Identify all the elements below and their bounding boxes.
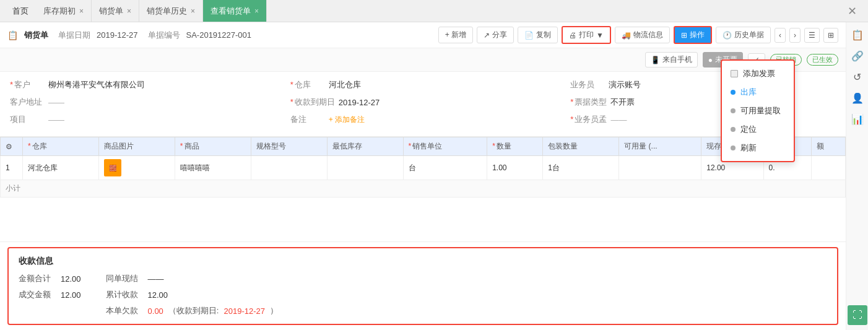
col-warehouse: 仓库 <box>23 137 99 156</box>
available-fetch-icon <box>731 108 736 113</box>
tab-view-sales[interactable]: 查看销货单 × <box>203 0 267 22</box>
operate-button[interactable]: ⊞ 操作 <box>674 26 712 44</box>
doc-meta: 单据日期 2019-12-27 单据编号 SA-20191227-001 <box>58 30 251 41</box>
customer-value: 柳州粤港平安气体有限公司 <box>48 79 145 90</box>
right-icon-refresh[interactable]: ↺ <box>848 67 867 87</box>
sales-staff-label: 业务员孟 <box>570 114 607 125</box>
warehouse-label: 仓库 <box>290 79 325 90</box>
staff-field: 业务员 演示账号 <box>570 79 836 90</box>
payment-date-label: 收款到期日 <box>290 97 335 108</box>
copy-label: 复制 <box>536 30 551 40</box>
right-icon-panel: 📋 🔗 ↺ 👤 📊 ⛶ <box>846 22 868 330</box>
warehouse-field: 仓库 河北仓库 <box>290 79 556 90</box>
order-debt-value: 0.00 <box>148 306 163 316</box>
print-dropdown-arrow: ▼ <box>596 31 604 40</box>
share-button[interactable]: ↗ 分享 <box>477 27 514 43</box>
list-view-button[interactable]: ☰ <box>804 28 820 43</box>
right-icon-expand[interactable]: ⛶ <box>848 305 867 325</box>
col-product: 商品 <box>175 137 251 156</box>
copy-icon: 📄 <box>524 31 534 40</box>
cumulative-receipt-value: 12.00 <box>148 290 168 300</box>
add-invoice-icon <box>731 70 738 77</box>
right-icon-chart[interactable]: 📊 <box>848 109 867 129</box>
next-button[interactable]: › <box>789 28 801 43</box>
doc-actions: + 新增 ↗ 分享 📄 复制 🖨 打印 ▼ 🚚 物流信息 <box>438 26 838 44</box>
address-field: 客户地址 —— <box>10 97 276 108</box>
tab-sales-order-close[interactable]: × <box>127 7 131 15</box>
share-label: 分享 <box>492 30 507 40</box>
new-button[interactable]: + 新增 <box>438 27 473 43</box>
sales-staff-field: 业务员孟 —— <box>570 114 836 125</box>
dropdown-locate[interactable]: 定位 <box>722 120 794 139</box>
product-image: 🧱 <box>104 159 121 176</box>
cumulative-receipt-row: 累计收款 12.00 <box>106 289 278 300</box>
col-pack-qty: 包装数量 <box>543 137 619 156</box>
row-amount <box>812 156 846 180</box>
cumulative-receipt-label: 累计收款 <box>106 289 143 300</box>
ticket-type-value: 不开票 <box>610 97 635 108</box>
tab-home[interactable]: 首页 <box>5 0 36 22</box>
tab-sales-order[interactable]: 销货单 × <box>92 0 139 22</box>
row-index: 1 <box>1 156 23 180</box>
prev-button[interactable]: ‹ <box>775 28 786 43</box>
sales-staff-value: —— <box>610 115 627 124</box>
row-product: 嘻嘻嘻嘻 <box>175 156 251 180</box>
window-close-btn[interactable]: ✕ <box>841 5 863 17</box>
same-order-settle-row: 同单现结 —— <box>106 273 278 284</box>
dropdown-outbound[interactable]: 出库 <box>722 83 794 102</box>
outbound-label: 出库 <box>740 87 757 98</box>
right-icon-link[interactable]: 🔗 <box>848 46 867 66</box>
dropdown-refresh[interactable]: 刷新 <box>722 139 794 157</box>
dropdown-available-fetch[interactable]: 可用量提取 <box>722 102 794 120</box>
history-button[interactable]: 🕐 历史单据 <box>716 27 771 43</box>
dropdown-add-invoice[interactable]: 添加发票 <box>722 64 794 83</box>
grid-view-button[interactable]: ⊞ <box>823 28 838 43</box>
deal-amount-label: 成交金额 <box>19 289 56 300</box>
deal-amount-row: 成交金额 12.00 <box>19 289 81 300</box>
ticket-icon: ● <box>708 56 713 64</box>
customer-label: 客户 <box>10 79 45 90</box>
operate-grid-icon: ⊞ <box>681 31 687 40</box>
row-quantity: 1.00 <box>487 156 543 180</box>
logistics-button[interactable]: 🚚 物流信息 <box>615 27 670 43</box>
add-note-button[interactable]: + 添加备注 <box>329 115 365 125</box>
col-amount: 额 <box>812 137 846 156</box>
logistics-label: 物流信息 <box>633 30 663 40</box>
tab-sales-history[interactable]: 销货单历史 × <box>139 0 203 22</box>
col-gear: ⚙ <box>1 137 23 156</box>
same-order-settle-label: 同单现结 <box>106 273 143 284</box>
order-debt-suffix: （收款到期日: <box>168 305 219 316</box>
print-button[interactable]: 🖨 打印 ▼ <box>562 26 611 44</box>
row-pack-qty: 1台 <box>543 156 619 180</box>
share-icon: ↗ <box>484 31 490 40</box>
doc-title: 销货单 <box>24 30 48 41</box>
gear-icon[interactable]: ⚙ <box>6 142 12 151</box>
tab-inventory-init-close[interactable]: × <box>79 7 84 15</box>
form-row-1: 客户 柳州粤港平安气体有限公司 仓库 河北仓库 业务员 演示账号 <box>10 79 836 90</box>
tab-home-label: 首页 <box>12 6 28 17</box>
tab-view-sales-close[interactable]: × <box>254 7 259 15</box>
note-field: 备注 + 添加备注 <box>290 114 556 125</box>
doc-date-label: 单据日期 <box>58 30 90 41</box>
tab-sales-history-close[interactable]: × <box>191 7 195 15</box>
product-table-wrapper: ⚙ 仓库 商品图片 商品 规格型号 最低库存 销售单位 数量 包装数量 可用量 … <box>0 137 846 242</box>
deal-amount-value: 12.00 <box>61 290 81 300</box>
right-icon-doc[interactable]: 📋 <box>848 25 867 45</box>
payment-date-value: 2019-12-27 <box>339 98 380 107</box>
copy-button[interactable]: 📄 复制 <box>518 27 558 43</box>
doc-date-value: 2019-12-27 <box>97 30 138 40</box>
subtotal-row: 小计 <box>1 180 846 198</box>
tab-sales-order-label: 销货单 <box>99 6 123 17</box>
note-label: 备注 <box>290 114 325 125</box>
row-warehouse: 河北仓库 <box>23 156 99 180</box>
tab-view-sales-label: 查看销货单 <box>210 6 251 17</box>
effective-badge: 已生效 <box>807 54 838 66</box>
table-row: 1 河北仓库 🧱 嘻嘻嘻嘻 台 1.00 1台 12.00 0. <box>1 156 846 180</box>
from-phone-button[interactable]: 📱 来自手机 <box>645 52 698 67</box>
logistics-icon: 🚚 <box>622 31 631 40</box>
tab-inventory-init-label: 库存期初 <box>43 6 76 17</box>
tab-inventory-init[interactable]: 库存期初 × <box>36 0 92 22</box>
print-icon: 🖨 <box>569 31 576 40</box>
right-icon-user[interactable]: 👤 <box>848 88 867 108</box>
payment-date-field: 收款到期日 2019-12-27 <box>290 97 556 108</box>
